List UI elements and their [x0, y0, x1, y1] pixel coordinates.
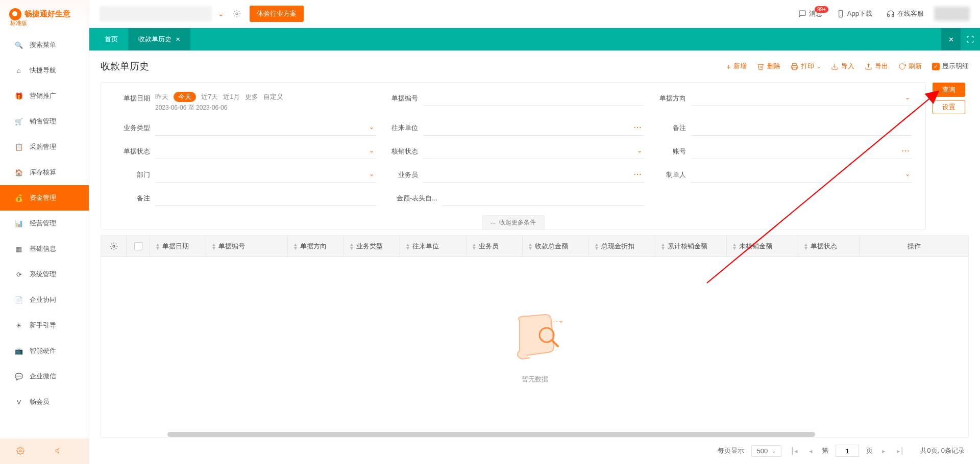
column-label: 往来单位 [412, 242, 439, 251]
sidebar-item-9[interactable]: ⟳系统管理 [0, 262, 89, 287]
sidebar-item-5[interactable]: 🏠库存核算 [0, 160, 89, 185]
column-header[interactable]: ▲▼单据日期 [150, 236, 206, 256]
empty-illustration-icon [502, 311, 568, 367]
refresh-button[interactable]: 刷新 [898, 62, 922, 71]
column-header[interactable]: ▲▼收款总金额 [523, 236, 589, 256]
nav-label: 基础信息 [30, 244, 56, 253]
filter-docno-field[interactable] [423, 92, 644, 106]
filter-biztype-field[interactable]: ⌄ [155, 121, 376, 136]
date-option-1[interactable]: 今天 [174, 92, 196, 102]
add-button[interactable]: +新增 [726, 62, 747, 71]
delete-button[interactable]: 删除 [757, 62, 780, 71]
sort-icon: ▲▼ [293, 243, 298, 250]
column-header[interactable]: ▲▼单据方向 [288, 236, 344, 256]
import-button[interactable]: 导入 [831, 62, 854, 71]
page-number-input[interactable] [836, 445, 859, 457]
support-link[interactable]: 在线客服 [883, 9, 928, 18]
print-button[interactable]: 打印⌄ [791, 62, 821, 71]
trial-plan-button[interactable]: 体验行业方案 [250, 6, 304, 22]
select-all-checkbox[interactable] [127, 236, 150, 256]
filter-partner-field[interactable]: ⋯ [423, 121, 644, 136]
nav-label: 经营管理 [30, 219, 56, 228]
sidebar-item-11[interactable]: ☀新手引导 [0, 313, 89, 338]
chevron-down-icon: ⌄ [637, 147, 642, 154]
column-header[interactable]: ▲▼业务员 [467, 236, 523, 256]
export-label: 导出 [875, 62, 888, 71]
sidebar-item-8[interactable]: ▦基础信息 [0, 236, 89, 262]
sidebar-item-1[interactable]: ⌂快捷导航 [0, 58, 89, 83]
filter-maker-field[interactable]: ⌄ [691, 168, 912, 183]
table-config-button[interactable] [101, 236, 127, 256]
show-detail-toggle[interactable]: ✓显示明细 [932, 62, 969, 71]
filter-clerk-field[interactable]: ⋯ [423, 168, 644, 183]
settings-icon[interactable] [16, 447, 24, 456]
nav-icon: V [14, 397, 23, 406]
filter-verifystatus-field[interactable]: ⌄ [423, 145, 644, 159]
message-icon [798, 10, 806, 18]
date-range-text: 2023-06-06 至 2023-06-06 [155, 104, 376, 112]
sidebar-item-0[interactable]: 🔍搜索菜单 [0, 32, 89, 58]
filter-docstatus-field[interactable]: ⌄ [155, 145, 376, 159]
filter-remark2-field[interactable] [155, 192, 376, 206]
column-header[interactable]: ▲▼未核销金额 [727, 236, 798, 256]
tab-close-all-icon[interactable]: ✕ [941, 28, 961, 50]
more-icon: ⋯ [633, 122, 642, 132]
export-button[interactable]: 导出 [865, 62, 888, 71]
tab-close-icon[interactable]: ✕ [176, 36, 180, 43]
per-page-select[interactable]: 500⌄ [751, 445, 782, 457]
filter-account-field[interactable]: ⋯ [691, 145, 912, 159]
sidebar-item-13[interactable]: 💬企业微信 [0, 364, 89, 389]
date-option-5[interactable]: 自定义 [263, 92, 283, 101]
filter-amount-field[interactable] [443, 192, 644, 206]
column-header[interactable]: 操作 [860, 236, 968, 256]
collapse-filters-button[interactable]: ︿ 收起更多条件 [482, 215, 545, 229]
date-option-0[interactable]: 昨天 [155, 92, 168, 101]
sidebar-item-2[interactable]: 🎁营销推广 [0, 83, 89, 109]
horizontal-scrollbar[interactable] [167, 432, 815, 437]
sidebar-item-10[interactable]: 📄企业协同 [0, 287, 89, 313]
first-page-button[interactable]: ⎮◂ [789, 447, 800, 455]
date-option-2[interactable]: 近7天 [201, 92, 218, 101]
filter-dept-field[interactable]: ⌄ [155, 168, 376, 183]
table-body-empty: 暂无数据 [101, 257, 968, 437]
filter-docstatus-label: 单据状态 [108, 145, 155, 156]
filter-remark-field[interactable] [691, 121, 912, 136]
tab-receipt-history[interactable]: 收款单历史 ✕ [128, 28, 190, 50]
org-dropdown-icon[interactable]: ⌄ [218, 10, 224, 18]
sidebar-item-4[interactable]: 📋采购管理 [0, 134, 89, 160]
topbar-gear-icon[interactable] [230, 7, 243, 20]
sidebar-item-12[interactable]: 📺智能硬件 [0, 338, 89, 364]
sidebar: 畅捷通好生意 标准版 🔍搜索菜单⌂快捷导航🎁营销推广🛒销售管理📋采购管理🏠库存核… [0, 0, 89, 464]
data-table: ▲▼单据日期▲▼单据编号▲▼单据方向▲▼业务类型▲▼往来单位▲▼业务员▲▼收款总… [101, 235, 969, 437]
filter-direction-field[interactable]: ⌄ [691, 92, 912, 106]
user-avatar-blurred[interactable] [934, 7, 970, 21]
empty-text: 暂无数据 [522, 375, 548, 384]
messages-link[interactable]: 消息 99+ [794, 9, 826, 18]
column-header[interactable]: ▲▼单据状态 [798, 236, 860, 256]
app-download-link[interactable]: App下载 [832, 9, 876, 18]
column-header[interactable]: ▲▼单据编号 [206, 236, 288, 256]
date-option-3[interactable]: 近1月 [223, 92, 240, 101]
query-button[interactable]: 查询 [933, 83, 965, 97]
brand: 畅捷通好生意 标准版 [0, 0, 89, 28]
tab-home[interactable]: 首页 [94, 28, 128, 50]
sidebar-item-6[interactable]: 💰资金管理 [0, 185, 89, 211]
last-page-button[interactable]: ▸⎮ [895, 447, 906, 455]
settings-button[interactable]: 设置 [933, 100, 965, 114]
next-page-button[interactable]: ▸ [880, 447, 888, 455]
sort-icon: ▲▼ [803, 243, 808, 250]
show-detail-label: 显示明细 [942, 62, 969, 71]
nav-label: 畅会员 [30, 397, 50, 406]
fullscreen-icon[interactable] [961, 28, 980, 50]
column-header[interactable]: ▲▼业务类型 [344, 236, 400, 256]
sidebar-item-14[interactable]: V畅会员 [0, 389, 89, 415]
sidebar-item-3[interactable]: 🛒销售管理 [0, 109, 89, 134]
date-option-4[interactable]: 更多 [245, 92, 258, 101]
column-header[interactable]: ▲▼往来单位 [400, 236, 467, 256]
nav-icon: 🎁 [14, 91, 23, 100]
sidebar-item-7[interactable]: 📊经营管理 [0, 211, 89, 236]
column-header[interactable]: ▲▼累计核销金额 [655, 236, 727, 256]
column-header[interactable]: ▲▼总现金折扣 [589, 236, 655, 256]
speaker-icon[interactable] [55, 447, 63, 456]
prev-page-button[interactable]: ◂ [807, 447, 815, 455]
